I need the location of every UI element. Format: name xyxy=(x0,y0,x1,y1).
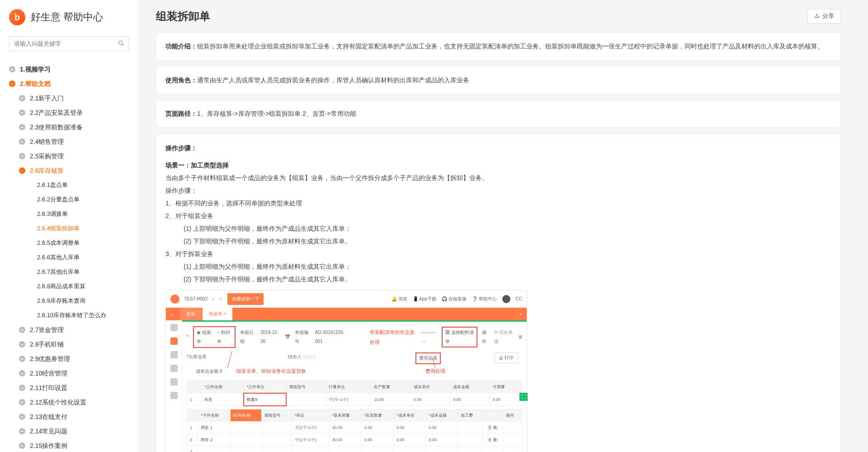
search-box xyxy=(9,36,129,51)
nav-item[interactable]: 2.6.5成本调整单 xyxy=(9,236,129,250)
steps-heading: 操作步骤： xyxy=(165,142,831,154)
nav-item[interactable]: +2.10经营管理 xyxy=(9,366,129,381)
calendar-icon: 📅 xyxy=(285,333,290,342)
step-3-1: (1) 上部明细为父件明细，最终作为原材料生成其它出库单； xyxy=(165,260,831,273)
toggle-icon: + xyxy=(19,414,25,420)
step-3-2: (2) 下部明细为子件明细，最终作为产成品生成其它入库单。 xyxy=(165,273,831,285)
toggle-icon: + xyxy=(19,428,25,434)
nav-item[interactable]: +2.15操作案例 xyxy=(9,438,129,452)
grid-icon: ⊞ xyxy=(519,333,522,342)
toggle-icon: + xyxy=(19,385,25,391)
nav-item[interactable]: 2.6.4组装拆卸单 xyxy=(9,221,129,236)
toggle-icon: − xyxy=(9,81,15,87)
svg-line-1 xyxy=(122,44,124,46)
toggle-icon: + xyxy=(19,327,25,333)
nav-item[interactable]: −2.帮助文档 xyxy=(9,76,129,91)
logo-icon: b xyxy=(9,9,25,25)
title-row: 组装拆卸单 分享 xyxy=(156,9,841,24)
nav-item[interactable]: +2.4销售管理 xyxy=(9,134,129,149)
shot-side-icon xyxy=(170,351,178,358)
nav-item[interactable]: 2.6.9库存账本查询 xyxy=(9,294,129,308)
shot-print-button: 🖨 打印 xyxy=(495,352,518,363)
toggle-icon: − xyxy=(19,167,25,174)
nav-item[interactable]: +2.14常见问题 xyxy=(9,424,129,438)
toggle-icon: + xyxy=(19,109,25,116)
shot-side-icon xyxy=(170,338,178,345)
shot-anno-fee: 费用处理 xyxy=(425,366,445,376)
toggle-icon: + xyxy=(19,356,25,362)
shot-date-label: 单据日期 xyxy=(240,328,256,346)
nav-item[interactable]: +2.5采购管理 xyxy=(9,149,129,163)
search-icon[interactable] xyxy=(118,40,124,48)
search-input[interactable] xyxy=(9,36,129,51)
shot-nav: ⌂ 首页 拆装单 × × xyxy=(166,308,527,320)
shot-top-right: 🔔 消息 📱 App下载 🎧 在线客服 ❓ 帮助中心 CC xyxy=(392,295,522,304)
share-button[interactable]: 分享 xyxy=(807,9,841,24)
step-2-1: (1) 上部明细为父件明细，最终作为产成品生成其它入库单； xyxy=(165,222,831,235)
intro-card: 功能介绍：组装拆卸单用来处理企业组装或拆卸等加工业务，支持有固定装配清单的产品加… xyxy=(156,33,841,60)
step-2-2: (2) 下部明细为子件明细，最终作为原材料生成其它出库单。 xyxy=(165,235,831,247)
shot-radio-group: ◉ 组装单 ○ 拆卸单 xyxy=(193,326,236,348)
steps-card: 操作步骤： 场景一：加工类型选择 当由多个子件材料组装成一个成品的业务为【组装】… xyxy=(156,134,841,452)
shot-person-label: 经办人 xyxy=(288,354,302,359)
role-card: 使用角色：通常由生产人员或库管人员完成拆装业务的操作，库管人员确认原材料的出库和… xyxy=(156,67,841,94)
path-card: 页面路径：1、库存核算->库存管理->组装拆卸单 2、首页->常用功能 xyxy=(156,100,841,128)
share-label: 分享 xyxy=(822,12,834,20)
embedded-screenshot: TEST-H002 ▾ ⚙ 免费试用一下 🔔 消息 📱 App下载 🎧 在线客服… xyxy=(165,290,527,452)
nav-item[interactable]: 2.6.2分量盘点单 xyxy=(9,192,129,207)
shot-order-label: 单据编号 xyxy=(295,328,311,346)
shot-anno-config: 有装配清单的在这里处理 xyxy=(370,327,417,347)
nav-item[interactable]: +2.8手机旺铺 xyxy=(9,337,129,352)
shot-link-app: App下载 xyxy=(419,296,436,301)
nav-item[interactable]: 2.6.7其他出库单 xyxy=(9,265,129,279)
nav-item[interactable]: +2.13在线支付 xyxy=(9,409,129,424)
nav-item[interactable]: +2.7资金管理 xyxy=(9,323,129,337)
intro-text: 组装拆卸单用来处理企业组装或拆卸等加工业务，支持有固定装配清单的产品加工业务，也… xyxy=(197,43,824,50)
nav-item[interactable]: 2.6.6其他入库单 xyxy=(9,250,129,265)
nav-item[interactable]: +2.9优惠券管理 xyxy=(9,352,129,366)
shot-trial-button: 免费试用一下 xyxy=(227,293,264,305)
shot-logo-icon xyxy=(170,295,179,304)
shot-sidebar xyxy=(166,320,182,452)
nav-item[interactable]: +2.1新手入门 xyxy=(9,91,129,105)
nav-tree: +1.视频学习−2.帮助文档+2.1新手入门+2.2产品安装及登录+2.3使用前… xyxy=(9,62,129,452)
scene-desc: 当由多个子件材料组装成一个成品的业务为【组装】业务，当由一个父件拆分成多个子产品… xyxy=(165,171,831,184)
nav-item[interactable]: +2.2产品安装及登录 xyxy=(9,105,129,120)
home-icon: ⌂ xyxy=(170,309,174,319)
nav-item[interactable]: 2.6.8商品成本重算 xyxy=(9,279,129,294)
shot-warehouse-label: *出库仓库 xyxy=(187,352,207,362)
intro-label: 功能介绍： xyxy=(165,43,197,50)
nav-item[interactable]: −2.6库存核算 xyxy=(9,163,129,178)
chevron-down-icon: ▾ xyxy=(212,295,214,304)
shot-tab-home: 首页 xyxy=(180,308,202,320)
shot-person-ph: 经办人 xyxy=(303,354,316,359)
gear-icon: ⚙ xyxy=(219,295,223,304)
nav-item[interactable]: +2.11打印设置 xyxy=(9,381,129,395)
role-label: 使用角色： xyxy=(165,76,197,84)
logo-row: b 好生意 帮助中心 xyxy=(9,9,129,25)
nav-item[interactable]: 2.6.10库存账本错了怎么办 xyxy=(9,308,129,323)
logo-text: 好生意 帮助中心 xyxy=(31,10,103,24)
nav-item[interactable]: +2.3使用前数据准备 xyxy=(9,120,129,134)
toggle-icon: + xyxy=(19,124,25,130)
role-text: 通常由生产人员或库管人员完成拆装业务的操作，库管人员确认原材料的出库和产成品的入… xyxy=(197,76,469,84)
shot-link-service: 在线客服 xyxy=(448,296,467,301)
toggle-icon: + xyxy=(19,442,25,449)
toggle-icon: + xyxy=(19,399,25,405)
avatar-icon xyxy=(502,295,510,303)
shot-child-table: *子件名称BOM名称规格型号*单位*基本用量*应发数量*成本单价*成本金额加工费… xyxy=(187,409,522,452)
expand-icon: ⛶ xyxy=(519,393,528,401)
shot-side-icon xyxy=(170,365,178,372)
shot-link-help: 帮助中心 xyxy=(479,296,497,301)
svg-point-0 xyxy=(119,41,123,44)
scene-title: 场景一：加工类型选择 xyxy=(165,159,831,171)
toggle-icon: + xyxy=(19,370,25,376)
nav-item[interactable]: 2.6.3调拨单 xyxy=(9,207,129,221)
nav-item[interactable]: +2.12系统个性化设置 xyxy=(9,395,129,409)
nav-item[interactable]: +1.视频学习 xyxy=(9,62,129,76)
shot-history: 历史单据 xyxy=(494,330,513,344)
nav-item[interactable]: 2.6.1盘点单 xyxy=(9,178,129,192)
shot-radio-1: 组装单 xyxy=(197,330,211,344)
toggle-icon: + xyxy=(19,341,25,347)
shot-link-msg: 消息 xyxy=(398,296,407,301)
